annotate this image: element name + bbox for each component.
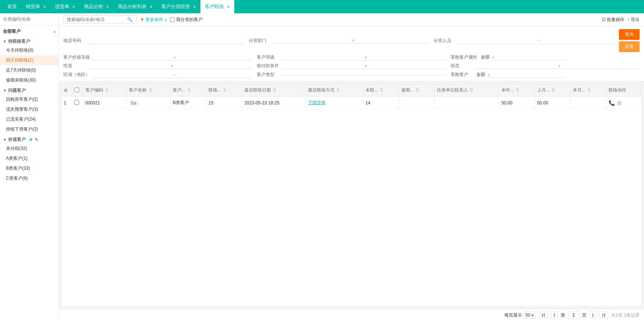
first-page-button[interactable]: ⟨⟨ <box>539 311 548 319</box>
col-settings[interactable]: ⚙ <box>62 84 72 97</box>
region-select[interactable]: ··· <box>92 71 252 78</box>
sidebar-item-c-class[interactable]: C类客户(6) <box>0 173 59 183</box>
row-last-date: 2023-05-23 18:25: <box>242 97 306 109</box>
nav-purchase[interactable]: 进货单 ✕ <box>50 0 80 13</box>
nav-customer-tier[interactable]: 客户分层经营 ✕ <box>157 0 200 13</box>
manager-dots-icon[interactable]: ··· <box>537 38 615 43</box>
table-row: 1 000021 Ea B类客户 15 2023-05-23 18:25: 下销… <box>62 97 641 109</box>
nav-customer-tier-close[interactable]: ✕ <box>193 5 196 9</box>
nav-sales[interactable]: 销货单 ✕ <box>21 0 50 13</box>
sidebar-item-week7[interactable]: 近7天待联络(0) <box>0 65 59 75</box>
sidebar-item-repurchase-abnormal[interactable]: 回购异常客户(2) <box>0 94 59 104</box>
nav-sales-close[interactable]: ✕ <box>43 5 46 9</box>
col-this-month[interactable]: 本月... ⇅ <box>570 84 606 97</box>
customer-value-grade-chevron: ∨ <box>173 55 253 59</box>
settings-icon[interactable]: ⚙ <box>64 88 68 93</box>
col-code[interactable]: 客户编码 ⇅ <box>83 84 127 97</box>
lmonth-sort-icon: ⇅ <box>552 87 555 93</box>
row-customer-type: B类客户 <box>171 97 206 109</box>
row-checkbox[interactable] <box>74 100 79 105</box>
sidebar-search-input[interactable] <box>3 17 58 22</box>
method-sort-icon: ⇅ <box>336 87 340 93</box>
sidebar-item-overdue[interactable]: 逾期未联络(30) <box>0 75 59 85</box>
sidebar-item-a-class[interactable]: A类客户(1) <box>0 153 59 163</box>
sidebar-item-already-lost[interactable]: 已流失客户(24) <box>0 114 59 124</box>
main-layout: 🔍 全部客户 « ▼ 待联络客户 今天待联络(0) 明天待联络(1) 近7天待联… <box>0 13 644 321</box>
prev-page-button[interactable]: ⟨ <box>551 311 558 319</box>
manager-select[interactable]: ··· <box>458 37 615 44</box>
sidebar-item-declining[interactable]: 持续下滑客户(2) <box>0 124 59 134</box>
filter-search-icon[interactable]: 🔍 <box>127 17 133 22</box>
overdue-sort-icon: ⇅ <box>416 87 419 93</box>
nav-product-analysis-list-close[interactable]: ✕ <box>150 5 153 9</box>
customer-value-grade-select[interactable]: ∨ <box>92 55 252 61</box>
nav-customer-contact-close[interactable]: ✕ <box>227 5 230 9</box>
customer-grade-select[interactable]: ∨ <box>281 55 446 61</box>
col-contact-person[interactable]: 往来单位联系人 ⇅ <box>435 84 499 97</box>
col-contact[interactable]: 联络... ⇅ <box>206 84 242 97</box>
gender-select[interactable]: ∨ <box>88 63 252 69</box>
dept-select[interactable]: ∨ <box>273 38 430 44</box>
row-num: 1 <box>62 97 72 109</box>
retail-customer-select[interactable]: ∨ <box>487 72 564 78</box>
row-name[interactable]: Ea <box>127 97 171 109</box>
export-button[interactable]: ↑ 导出 <box>627 17 640 23</box>
next-page-button[interactable]: ⟩ <box>589 311 596 319</box>
advanced-filter-panel: 电话号码 分管部门 ∨ 分管人员 ··· <box>59 26 644 82</box>
batch-operation-button[interactable]: ☑ 批量操作 <box>602 17 624 23</box>
nav-purchase-close[interactable]: ✕ <box>72 5 75 9</box>
sidebar-item-tomorrow[interactable]: 明天待联络(1) <box>0 55 59 65</box>
region-dots-icon[interactable]: ··· <box>173 72 253 77</box>
filter-search-box[interactable]: 🔍 <box>63 15 137 24</box>
payment-select[interactable]: ∨ <box>281 63 446 69</box>
page-size-select-box[interactable]: 50 ∨ <box>524 311 536 319</box>
all-customers-header[interactable]: 全部客户 « <box>0 25 59 36</box>
phone-action-icon[interactable]: 📞 <box>609 100 615 106</box>
payment-chevron: ∨ <box>364 64 446 68</box>
filter-search-input[interactable] <box>67 17 126 22</box>
refresh-icon[interactable]: ↺ <box>29 137 32 142</box>
col-customer-type[interactable]: 客户... ⇅ <box>171 84 206 97</box>
col-last-method[interactable]: 最后联络方式 ⇅ <box>305 84 363 97</box>
my-customer-checkbox-wrapper[interactable]: 我分管的客户 <box>170 17 203 23</box>
nav-product-analysis[interactable]: 商品分析 ✕ <box>80 0 113 13</box>
col-last-date[interactable]: 最后联络日期 ⇅ <box>242 84 306 97</box>
col-uncontacted[interactable]: 未联... ⇅ <box>363 84 399 97</box>
sidebar-item-ungrouped[interactable]: 未分组(32) <box>0 144 59 153</box>
row-last-method[interactable]: 下销货单 <box>305 97 363 109</box>
row-check[interactable] <box>72 97 83 109</box>
col-last-month[interactable]: 上月... ⇅ <box>535 84 570 97</box>
retail-attr-select[interactable]: ∨ <box>492 55 566 61</box>
sidebar-item-today[interactable]: 今天待联络(0) <box>0 45 59 55</box>
col-overdue[interactable]: 逾期... ⇅ <box>399 84 435 97</box>
row-last-month: 50.00 <box>535 97 570 109</box>
last-page-button[interactable]: ⟩⟩ <box>599 311 608 319</box>
contact-sort-icon: ⇅ <box>223 87 227 93</box>
col-check[interactable] <box>72 84 83 97</box>
sidebar-item-b-class[interactable]: B类客户(33) <box>0 163 59 173</box>
query-button[interactable]: 查询 <box>619 29 640 40</box>
col-name[interactable]: 客户名称 ⇅ <box>127 84 171 97</box>
my-customer-checkbox[interactable] <box>170 17 175 22</box>
select-all-checkbox[interactable] <box>74 87 79 92</box>
col-this-year[interactable]: 本年... ⇅ <box>499 84 535 97</box>
edit-value-icon[interactable]: ✎ <box>35 137 38 142</box>
nav-product-analysis-list[interactable]: 商品分析列表 ✕ <box>113 0 157 13</box>
settings-button[interactable]: 设置 <box>619 41 640 52</box>
filter-manager: 分管人员 ··· <box>434 37 615 44</box>
grid-action-icon[interactable]: ⊞ <box>617 100 622 106</box>
sidebar-search-box[interactable]: 🔍 <box>0 13 59 25</box>
sidebar-item-lost[interactable]: 流失预警客户(3) <box>0 104 59 114</box>
nav-customer-contact[interactable]: 客户联络 ✕ <box>200 0 234 13</box>
nav-product-analysis-close[interactable]: ✕ <box>106 5 109 9</box>
row-overdue <box>399 97 435 109</box>
status-select[interactable]: ∨ <box>475 63 640 69</box>
filter-payment: 收付款条件 ∨ <box>257 63 446 69</box>
phone-input[interactable] <box>88 37 244 44</box>
page-number-input[interactable] <box>568 311 579 319</box>
collapse-icon[interactable]: « <box>53 29 56 34</box>
row-this-year: 50.00 <box>499 97 535 109</box>
customer-type-select[interactable] <box>281 74 446 76</box>
nav-home[interactable]: 首页 <box>3 0 21 13</box>
more-filter-button[interactable]: ▼ 更多条件 ∧ <box>140 17 167 23</box>
